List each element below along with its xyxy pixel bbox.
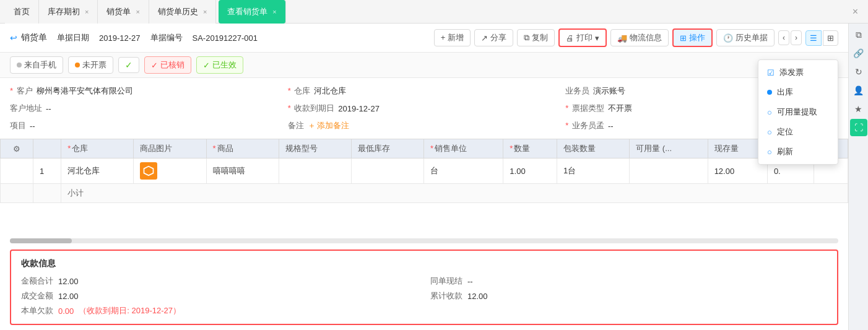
available-qty-item[interactable]: ○ 可用量提取 [758,102,838,122]
doc-type-label: 销货单 [21,32,47,43]
invoice-dot-icon [75,63,80,67]
logistics-label: 物流信息 [630,32,662,43]
payment-info-box: 收款信息 金额合计 12.00 同单现结 -- 成交金额 12.00 累计收款 … [10,250,838,325]
check-mark: ✓ [151,61,158,70]
due-date-note: （收款到期日: 2019-12-27） [79,305,181,316]
sidebar-copy-icon[interactable]: ⧉ [850,26,867,43]
form-row-3: 项目 -- 备注 ＋ 添加备注 * 业务员孟 -- [10,120,838,131]
sidebar-expand-icon[interactable]: ⛶ [850,119,867,136]
sidebar-star-icon[interactable]: ★ [850,100,867,118]
number-value: SA-20191227-001 [193,33,258,43]
tab-sales-history-close[interactable]: × [203,8,207,15]
history-label: 历史单据 [736,32,768,43]
phone-dot-icon [17,63,22,67]
check-button[interactable]: ✓ [118,57,139,73]
row-available-cell [630,158,708,184]
note-label: 备注 [288,120,304,131]
add-note-label: 添加备注 [317,120,349,131]
due-date-value: 2019-12-27 [338,104,380,113]
sales-staff-value: -- [608,121,614,131]
warehouse-label: * 仓库 [288,85,311,97]
date-value: 2019-12-27 [99,33,141,43]
customer-value: 柳州粤港平安气体有限公司 [37,85,133,97]
next-button[interactable]: › [791,30,802,45]
effective-check: ✓ [203,61,210,70]
scroll-thumb [10,238,72,243]
staff-value: 演示账号 [593,85,625,97]
number-label: 单据编号 [150,32,183,43]
date-label: 单据日期 [57,32,89,43]
outbound-label: 出库 [777,87,793,98]
current-owed-value: 0.00 [58,306,74,316]
payment-info-grid: 金额合计 12.00 同单现结 -- 成交金额 12.00 累计收款 12.00… [21,276,827,316]
same-order-row: 同单现结 -- [430,276,827,287]
share-button[interactable]: ↗ 分享 [474,29,513,46]
locate-item[interactable]: ○ 定位 [758,122,838,142]
new-button[interactable]: + 新增 [434,29,471,46]
right-sidebar: ⧉ 🔗 ↻ 👤 ★ ⛶ [848,24,868,330]
history-button[interactable]: 🕐 历史单据 [716,29,775,46]
tab-bar: 首页 库存期初 × 销货单 × 销货单历史 × 查看销货单 × × [0,0,868,24]
total-amount-value: 12.00 [58,277,79,286]
close-window-button[interactable]: × [848,4,863,20]
copy-button[interactable]: ⧉ 复制 [517,29,555,46]
col-spec: 规格型号 [279,139,351,158]
address-label: 客户地址 [10,103,42,114]
sidebar-refresh-icon[interactable]: ↻ [850,63,867,80]
tab-home-label: 首页 [14,6,30,17]
tab-view-sales-close[interactable]: × [272,8,276,15]
from-phone-button[interactable]: 来自手机 [10,56,63,74]
warehouse-value: 河北仓库 [314,85,346,97]
available-qty-label: 可用量提取 [777,106,817,118]
row-quantity-cell: 1.00 [503,158,557,184]
form-row-1: * 客户 柳州粤港平安气体有限公司 * 仓库 河北仓库 业务员 演示账号 [10,85,838,97]
payment-info-title: 收款信息 [21,258,827,269]
sidebar-link-icon[interactable]: 🔗 [850,45,867,62]
col-min-stock: 最低库存 [351,139,423,158]
refresh-label: 刷新 [777,146,793,157]
logistics-button[interactable]: 🚚 物流信息 [610,29,669,46]
operation-icon: ⊞ [680,33,687,43]
tab-home[interactable]: 首页 [5,0,39,24]
form-section: * 客户 柳州粤港平安气体有限公司 * 仓库 河北仓库 业务员 演示账号 [0,78,848,139]
col-package-qty: 包装数量 [557,139,630,158]
tab-view-sales[interactable]: 查看销货单 × [219,0,285,24]
from-phone-label: 来自手机 [24,59,56,71]
col-warehouse: *仓库 [61,139,134,158]
tab-inventory-label: 库存期初 [48,6,80,17]
sold-status[interactable]: ✓ 已核销 [144,56,191,74]
tab-inventory-close[interactable]: × [85,8,89,15]
add-invoice-item[interactable]: ☑ 添发票 [758,63,838,82]
horizontal-scrollbar[interactable] [10,238,838,243]
tab-sales-history[interactable]: 销货单历史 × [149,0,216,24]
view-grid-button[interactable]: ⊞ [823,30,838,46]
doc-actions: + 新增 ↗ 分享 ⧉ 复制 🖨 打印 ▾ 🚚 物流信息 [434,28,838,47]
outbound-item[interactable]: 出库 [758,82,838,102]
not-open-label: 未开票 [82,59,106,71]
table-settings-icon[interactable]: ⚙ [13,144,20,154]
operation-button[interactable]: ⊞ 操作 [672,28,713,47]
subtotal-row: 小计 [1,184,848,203]
subtotal-num-cell [33,184,61,203]
doc-meta: 单据日期 2019-12-27 单据编号 SA-20191227-001 [57,32,258,43]
warehouse-field: * 仓库 河北仓库 [288,85,561,97]
refresh-icon: ○ [767,147,772,157]
add-note-button[interactable]: ＋ 添加备注 [308,120,349,131]
product-thumbnail [140,162,157,180]
prev-button[interactable]: ‹ [778,30,789,45]
row-settings-cell [1,158,33,184]
sidebar-user-icon[interactable]: 👤 [850,82,867,99]
tab-inventory[interactable]: 库存期初 × [39,0,98,24]
row-spec-cell [279,158,351,184]
print-button[interactable]: 🖨 打印 ▾ [558,28,607,47]
not-open-button[interactable]: 未开票 [68,56,113,74]
effective-status[interactable]: ✓ 已生效 [196,56,243,74]
refresh-item[interactable]: ○ 刷新 [758,142,838,162]
current-owed-label: 本单欠款 [21,305,53,316]
address-value: -- [46,104,51,113]
view-list-button[interactable]: ☰ [805,30,822,46]
staff-label: 业务员 [565,85,589,97]
nav-arrows: ‹ › [778,30,802,45]
tab-sales-close[interactable]: × [136,8,139,15]
tab-sales[interactable]: 销货单 × [98,0,149,24]
